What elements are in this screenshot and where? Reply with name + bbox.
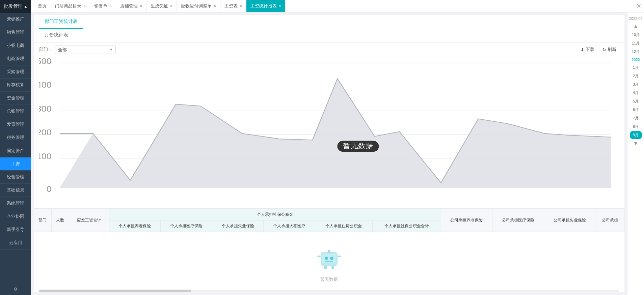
timeline-month-12月[interactable]: 12月 [630, 48, 642, 56]
svg-rect-18 [325, 261, 333, 262]
timeline-month-5月[interactable]: 5月 [630, 97, 642, 106]
tab-close-门店商品目录[interactable]: × [83, 4, 86, 8]
th-personal-major-medical: 个人承担大额医疗 [264, 220, 315, 232]
timeline-month-6月[interactable]: 6月 [630, 106, 642, 114]
sidebar-item-工资[interactable]: 工资 [0, 157, 31, 171]
sidebar-item-营销推广[interactable]: 营销推广 [0, 13, 31, 26]
toolbar: 部门： 全部 ▼ ⬇ 下载 ↻ 刷新 [34, 42, 624, 57]
sidebar-items: 营销推广销售管理小畅电商电商管理采购管理库存核算资金管理总账管理发票管理税务管理… [0, 13, 31, 249]
data-table: 部门 人数 应发工资合计 个人承担社保公积金 公司承担养老保险 公司承担医疗保险… [34, 209, 624, 232]
svg-text:100: 100 [39, 152, 52, 160]
timeline-month-10月[interactable]: 10月 [630, 31, 642, 39]
th-company-other: 公司承担 [595, 209, 624, 232]
th-personal-unemployment: 个人承担失业保险 [212, 220, 264, 232]
sidebar-item-小畅电商[interactable]: 小畅电商 [0, 39, 31, 52]
table-scroll-thumb[interactable] [39, 290, 191, 292]
timeline-month-1月[interactable]: 1月 [630, 63, 642, 72]
timeline-up-button[interactable]: ▲ [632, 22, 640, 31]
sidebar: 批发管理 ▲ 营销推广销售管理小畅电商电商管理采购管理库存核算资金管理总账管理发… [0, 0, 31, 295]
tab-close-销售单[interactable]: × [109, 4, 112, 8]
svg-rect-19 [328, 250, 330, 253]
main-area: 首页门店商品目录×销售单×店铺管理×生成凭证×应收应付调整单×工资表×工资统计报… [31, 0, 644, 295]
sidebar-header[interactable]: 批发管理 ▲ [0, 0, 31, 13]
timeline-month-4月[interactable]: 4月 [630, 89, 642, 97]
action-buttons: ⬇ 下载 ↻ 刷新 [578, 45, 619, 54]
sub-tab-部门工资统计表[interactable]: 部门工资统计表 [39, 15, 83, 29]
dept-select-wrapper: 全部 ▼ [55, 46, 116, 54]
dept-filter: 部门： 全部 ▼ [39, 46, 116, 54]
timeline-month-3月[interactable]: 3月 [630, 80, 642, 89]
sidebar-item-企业协同[interactable]: 企业协同 [0, 210, 31, 223]
sub-tabs: 部门工资统计表月份统计表 [34, 15, 624, 42]
page-content: 部门工资统计表月份统计表 部门： 全部 ▼ ⬇ 下载 [34, 15, 624, 292]
tab-bar: 首页门店商品目录×销售单×店铺管理×生成凭证×应收应付调整单×工资表×工资统计报… [31, 0, 644, 12]
sidebar-item-新手引导[interactable]: 新手引导 [0, 223, 31, 236]
tab-close-店铺管理[interactable]: × [140, 4, 142, 8]
sidebar-item-云应用[interactable]: 云应用 [0, 236, 31, 249]
sidebar-item-经营管理[interactable]: 经营管理 [0, 171, 31, 184]
timeline-month-11月[interactable]: 11月 [630, 39, 642, 48]
sidebar-item-基础信息[interactable]: 基础信息 [0, 184, 31, 197]
th-total-salary: 应发工资合计 [69, 209, 109, 232]
th-group-personal: 个人承担社保公积金 [109, 209, 441, 220]
timeline-month-7月[interactable]: 7月 [630, 114, 642, 122]
th-dept: 部门 [34, 209, 52, 232]
tab-工资统计报表[interactable]: 工资统计报表× [246, 0, 286, 12]
th-personal-total: 个人承担社保公积金合计 [372, 220, 441, 232]
timeline-month-9月[interactable]: 9月 [630, 131, 642, 139]
sidebar-item-销售管理[interactable]: 销售管理 [0, 26, 31, 39]
tab-销售单[interactable]: 销售单× [90, 0, 116, 12]
tab-生成凭证[interactable]: 生成凭证× [146, 0, 177, 12]
svg-text:300: 300 [39, 104, 52, 113]
timeline-month-2022[interactable]: 2022 [630, 56, 642, 63]
tab-close-工资统计报表[interactable]: × [279, 4, 281, 8]
right-sidebar-timeline: 2022.09 ▲ 10月11月12月20221月2月3月4月5月6月7月8月9… [627, 12, 644, 295]
dept-select[interactable]: 全部 [55, 46, 116, 54]
timeline-month-2月[interactable]: 2月 [630, 72, 642, 80]
table-container[interactable]: 部门 人数 应发工资合计 个人承担社保公积金 公司承担养老保险 公司承担医疗保险… [34, 208, 624, 290]
sidebar-item-总账管理[interactable]: 总账管理 [0, 105, 31, 118]
tab-首页[interactable]: 首页 [34, 0, 51, 12]
sub-tab-月份统计表[interactable]: 月份统计表 [39, 29, 83, 42]
tab-店铺管理[interactable]: 店铺管理× [116, 0, 146, 12]
svg-text:200: 200 [39, 128, 52, 137]
sidebar-item-电商管理[interactable]: 电商管理 [0, 52, 31, 65]
th-personal-housing: 个人承担住房公积金 [315, 220, 372, 232]
sidebar-item-系统管理[interactable]: 系统管理 [0, 197, 31, 210]
sidebar-item-采购管理[interactable]: 采购管理 [0, 65, 31, 79]
sidebar-item-库存核算[interactable]: 库存核算 [0, 79, 31, 92]
svg-point-17 [330, 257, 333, 260]
sidebar-item-固定资产[interactable]: 固定资产 [0, 144, 31, 157]
th-personal-pension: 个人承担养老保险 [109, 220, 161, 232]
tab-应收应付调整单[interactable]: 应收应付调整单× [177, 0, 220, 12]
tab-close-生成凭证[interactable]: × [170, 4, 172, 8]
chart-area: 500 400 300 200 100 0 [34, 57, 624, 208]
timeline-down-button[interactable]: ▼ [632, 139, 640, 148]
th-count: 人数 [51, 209, 69, 232]
download-button[interactable]: ⬇ 下载 [578, 45, 597, 54]
table-scroll-hint [39, 290, 619, 292]
refresh-label: 刷新 [608, 47, 616, 53]
tab-门店商品目录[interactable]: 门店商品目录× [51, 0, 90, 12]
no-data-icon [316, 245, 343, 272]
svg-text:0: 0 [47, 185, 52, 194]
th-company-unemployment: 公司承担失业保险 [544, 209, 595, 232]
tab-close-工资表[interactable]: × [240, 4, 242, 8]
timeline-month-8月[interactable]: 8月 [630, 122, 642, 131]
sidebar-footer-settings[interactable]: ⚙ [0, 283, 31, 295]
tab-close-应收应付调整单[interactable]: × [214, 4, 216, 8]
svg-text:暂无数据: 暂无数据 [343, 142, 373, 149]
svg-rect-23 [331, 266, 334, 269]
sidebar-collapse-arrow: ▲ [24, 5, 27, 8]
tab-工资表[interactable]: 工资表× [220, 0, 246, 12]
sidebar-item-税务管理[interactable]: 税务管理 [0, 131, 31, 144]
svg-point-16 [325, 257, 328, 260]
sidebar-item-资金管理[interactable]: 资金管理 [0, 92, 31, 105]
refresh-button[interactable]: ↻ 刷新 [600, 45, 619, 54]
no-data-text: 暂无数据 [320, 276, 338, 283]
refresh-icon: ↻ [602, 47, 606, 52]
close-all-tabs-button[interactable]: ✕ [636, 2, 641, 10]
sidebar-item-发票管理[interactable]: 发票管理 [0, 118, 31, 131]
svg-rect-22 [324, 266, 327, 269]
th-company-medical: 公司承担医疗保险 [492, 209, 544, 232]
